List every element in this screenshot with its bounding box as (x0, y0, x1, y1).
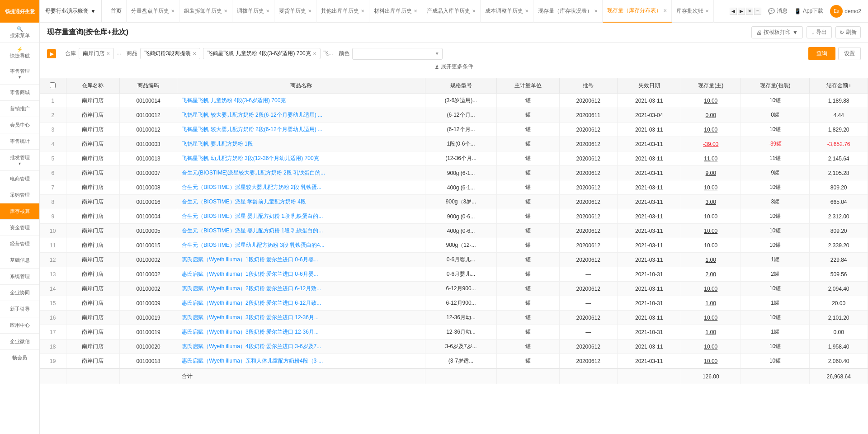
sidebar-quicknav[interactable]: ⚡ 快捷导航 (0, 43, 39, 63)
tab-scroll-left[interactable]: ◀ (730, 8, 737, 15)
select-all-checkbox[interactable] (50, 82, 56, 88)
sidebar-item-system[interactable]: 系统管理 (0, 269, 39, 285)
tab-product-in[interactable]: 产成品入库单历史✕ (422, 0, 481, 23)
cell-name[interactable]: 合生元(BIOSTIME)派星较大婴儿配方奶粉 2段 乳铁蛋白的... (177, 166, 425, 180)
cell-qty-main[interactable]: 10.00 (681, 180, 741, 195)
cell-name[interactable]: 飞鹤星飞帆 婴儿配方奶粉 1段 (177, 137, 425, 151)
sidebar-item-newguide[interactable]: 新手引导 (0, 301, 39, 317)
sidebar-item-weixin[interactable]: 企业微信 (0, 334, 39, 350)
cell-name[interactable]: 合生元（BIOSTIME）派星 婴儿配方奶粉 1段 乳铁蛋白的... (177, 224, 425, 238)
settings-button[interactable]: 设置 (838, 47, 861, 60)
cell-name[interactable]: 惠氏启赋（Wyeth illuma）1段奶粉 爱尔兰进口 0-6月婴... (177, 267, 425, 282)
tab-close-icon[interactable]: ✕ (308, 9, 311, 14)
sidebar-item-wholesale[interactable]: 批发管理▾ (0, 150, 39, 171)
user-profile[interactable]: Ea demo2 (830, 5, 861, 18)
cell-qty-main[interactable]: 2.00 (681, 267, 741, 282)
sidebar-item-retail-stat[interactable]: 零售统计 (0, 133, 39, 150)
tab-request[interactable]: 要货单历史✕ (274, 0, 316, 23)
cell-qty-main[interactable]: 10.00 (681, 354, 741, 369)
tab-close-icon[interactable]: ✕ (525, 9, 528, 14)
product-tag-2[interactable]: 飞鹤星飞帆 儿童奶粉 4段(3-6岁适用) 700克 ✕ (203, 48, 321, 59)
product-more[interactable]: 飞... (323, 50, 333, 57)
sidebar-item-member[interactable]: 会员中心 (0, 117, 39, 133)
cell-name[interactable]: 合生元（BIOSTIME）派星 学龄前儿童配方奶粉 4段 (177, 195, 425, 209)
cell-name[interactable]: 飞鹤星飞帆 较大婴儿配方奶粉 2段(6-12个月婴幼儿适用) ... (177, 123, 425, 137)
sidebar-item-retail-shop[interactable]: 零售商城 (0, 85, 39, 101)
tab-close-icon[interactable]: ✕ (594, 9, 598, 14)
tab-close-icon[interactable]: ✕ (266, 9, 269, 14)
sidebar-item-inventory[interactable]: 库存核算 (0, 203, 39, 220)
tab-close-icon[interactable]: ✕ (663, 8, 667, 13)
cell-name[interactable]: 合生元（BIOSTIME）派星幼儿配方奶粉 3段 乳铁蛋白的4... (177, 238, 425, 253)
print-button[interactable]: 🖨 按模板打印 ▼ (751, 26, 803, 38)
cell-qty-main[interactable]: 10.00 (681, 340, 741, 354)
tab-allocate[interactable]: 调拨单历史✕ (232, 0, 274, 23)
tab-close-icon[interactable]: ✕ (361, 9, 364, 14)
sidebar-item-appcenter[interactable]: 应用中心 (0, 317, 39, 334)
sidebar-item-member2[interactable]: 畅会员 (0, 350, 39, 366)
tab-close-icon[interactable]: ✕ (224, 9, 227, 14)
account-selector[interactable]: 母婴行业演示账套 ▼ (40, 0, 102, 23)
cell-qty-main[interactable]: 1.00 (681, 325, 741, 340)
tab-close[interactable]: ✕ (746, 8, 753, 15)
tab-disassemble[interactable]: 组装拆卸单历史✕ (179, 0, 232, 23)
tab-cost-adj[interactable]: 成本调整单历史✕ (481, 0, 533, 23)
sidebar-item-operations[interactable]: 经营管理 (0, 236, 39, 252)
cell-qty-main[interactable]: 10.00 (681, 238, 741, 253)
expand-more-button[interactable]: ⊻ 展开更多条件 (47, 60, 861, 73)
sidebar-item-basic[interactable]: 基础信息 (0, 252, 39, 269)
product-tag-1-remove[interactable]: ✕ (193, 51, 196, 56)
cell-name[interactable]: 惠氏启赋（Wyeth illuma）4段奶粉 爱尔兰进口 3-6岁及7... (177, 340, 425, 354)
cell-name[interactable]: 合生元（BIOSTIME）派星 婴儿配方奶粉 1段 乳铁蛋白的... (177, 209, 425, 224)
filter-expand-arrow[interactable]: ▶ (47, 49, 56, 58)
tab-batch[interactable]: 库存批次账✕ (672, 0, 714, 23)
cell-qty-main[interactable]: 1.00 (681, 253, 741, 267)
cell-qty-main[interactable]: 10.00 (681, 123, 741, 137)
app-download-action[interactable]: 📱 App下载 (794, 7, 823, 15)
sidebar-item-ecommerce[interactable]: 电商管理 (0, 171, 39, 187)
tab-other-out[interactable]: 其他出库单历史✕ (316, 0, 369, 23)
cell-name[interactable]: 惠氏启赋（Wyeth illuma）3段奶粉 爱尔兰进口 12-36月... (177, 311, 425, 325)
cell-name[interactable]: 飞鹤星飞帆 较大婴儿配方奶粉 2段(6-12个月婴幼儿适用) ... (177, 108, 425, 123)
sidebar-item-enterprise[interactable]: 企业协同 (0, 285, 39, 301)
cell-name[interactable]: 飞鹤星飞帆 儿童奶粉 4段(3-6岁适用) 700克 (177, 94, 425, 108)
cell-qty-main[interactable]: 10.00 (681, 282, 741, 296)
cell-name[interactable]: 惠氏启赋（Wyeth illuma）亲和人体儿童配方奶粉4段（3-... (177, 354, 425, 369)
cell-qty-main[interactable]: 11.00 (681, 151, 741, 166)
cell-qty-main[interactable]: 10.00 (681, 224, 741, 238)
cell-name[interactable]: 飞鹤星飞帆 幼儿配方奶粉 3段(12-36个月幼儿适用) 700克 (177, 151, 425, 166)
cell-qty-main[interactable]: 10.00 (681, 311, 741, 325)
refresh-button[interactable]: ↻ 刷新 (835, 26, 861, 38)
tab-inventory-dist[interactable]: 现存量（库存分布表）✕ (603, 0, 672, 23)
sidebar-item-purchase[interactable]: 采购管理 (0, 187, 39, 203)
warehouse-more-icon[interactable]: ··· (117, 51, 121, 57)
message-action[interactable]: 💬 消息 (768, 7, 788, 15)
query-button[interactable]: 查询 (808, 47, 835, 60)
color-input[interactable]: ▼ (352, 48, 443, 60)
tab-inventory-status[interactable]: 现存量（库存状况表）✕ (533, 0, 603, 23)
cell-name[interactable]: 惠氏启赋（Wyeth illuma）2段奶粉 爱尔兰进口 6-12月致... (177, 296, 425, 311)
cell-qty-main[interactable]: -39.00 (681, 137, 741, 151)
cell-qty-main[interactable]: 1.00 (681, 296, 741, 311)
amount-info-icon[interactable]: ℹ (849, 83, 851, 88)
export-button[interactable]: ↓ 导出 (807, 26, 832, 38)
tab-menu[interactable]: ≡ (754, 8, 761, 15)
warehouse-remove-icon[interactable]: ✕ (106, 51, 110, 56)
cell-qty-main[interactable]: 10.00 (681, 94, 741, 108)
tab-scroll-right[interactable]: ▶ (738, 8, 745, 15)
sidebar-item-finance[interactable]: 资金管理 (0, 220, 39, 236)
tab-home[interactable]: 首页 (106, 0, 127, 23)
tab-close-icon[interactable]: ✕ (171, 9, 175, 14)
sidebar-item-marketing[interactable]: 营销推广 (0, 101, 39, 117)
cell-qty-main[interactable]: 0.00 (681, 108, 741, 123)
cell-qty-main[interactable]: 3.00 (681, 195, 741, 209)
tab-split[interactable]: 分量盘点单历史✕ (127, 0, 179, 23)
sidebar-item-retail[interactable]: 零售管理▾ (0, 63, 39, 85)
product-tag-1[interactable]: 飞鹤奶粉3段两提装 ✕ (140, 48, 200, 59)
sidebar-search[interactable]: 🔍 搜索菜单 (0, 23, 39, 43)
cell-name[interactable]: 惠氏启赋（Wyeth illuma）2段奶粉 爱尔兰进口 6-12月致... (177, 282, 425, 296)
cell-qty-main[interactable]: 10.00 (681, 209, 741, 224)
product-tag-2-remove[interactable]: ✕ (313, 51, 316, 56)
cell-name[interactable]: 合生元（BIOSTIME）派星较大婴儿配方奶粉 2段 乳铁蛋... (177, 180, 425, 195)
cell-name[interactable]: 惠氏启赋（Wyeth illuma）3段奶粉 爱尔兰进口 12-36月... (177, 325, 425, 340)
